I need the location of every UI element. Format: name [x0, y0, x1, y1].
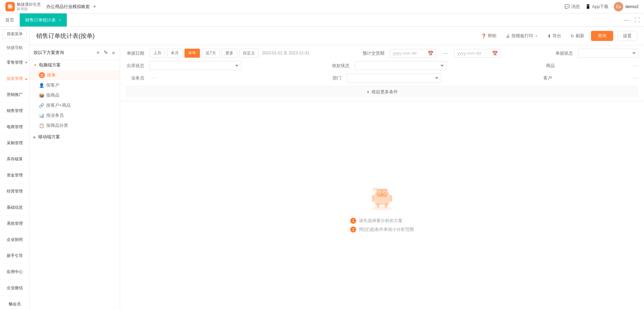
- svg-rect-8: [372, 195, 375, 202]
- tip-num-1: 1: [350, 218, 356, 224]
- logo-icon: 畅: [5, 2, 15, 11]
- scheme-by-customer[interactable]: 👤 按客户: [30, 80, 120, 90]
- dept-select[interactable]: [347, 73, 441, 83]
- tab-minimize-button[interactable]: —: [623, 16, 631, 24]
- sidebar-item-wechat[interactable]: 企业微信: [0, 280, 29, 296]
- app-download-button[interactable]: 📱 App下载: [585, 4, 608, 10]
- collapse-panel-button[interactable]: «: [111, 49, 116, 56]
- status-select[interactable]: [578, 49, 639, 58]
- user-profile[interactable]: Ea demo2: [614, 2, 639, 11]
- filter-row-3: 业务员 ··· 部门 客户 ···: [125, 73, 639, 83]
- edit-scheme-button[interactable]: ✎: [103, 49, 109, 56]
- sidebar-item-system[interactable]: 系统管理: [0, 215, 29, 231]
- add-scheme-button[interactable]: +: [96, 49, 100, 56]
- left-panel-header: 按以下方案查询 + ✎ «: [30, 45, 120, 60]
- avatar: Ea: [614, 2, 623, 11]
- tab-home[interactable]: 首页: [0, 13, 20, 27]
- scheme-by-order[interactable]: 按 按单: [30, 70, 120, 80]
- pc-section-header[interactable]: ▼ 电脑端方案: [30, 60, 120, 70]
- sidebar-item-purchase[interactable]: 采购管理: [0, 135, 29, 151]
- tab-sales-stats[interactable]: 销售订单统计表 ×: [20, 13, 67, 27]
- date-label: 单据日期: [125, 50, 144, 56]
- sidebar-item-enterprise[interactable]: 企业协同: [0, 231, 29, 248]
- delivery-start-input[interactable]: [393, 51, 426, 56]
- salesperson-wrap: ···: [150, 75, 231, 81]
- scheme-by-goods-label: 按商品: [46, 92, 59, 98]
- export-button[interactable]: ⬇ 导出: [545, 32, 564, 40]
- goods-dots-button[interactable]: ···: [632, 63, 639, 69]
- sidebar: 搜索菜单 快捷导航 零售管理 ▼ 批发管理 ▲ 营销推广 销售管理 电商管理 采…: [0, 27, 30, 310]
- empty-illustration: [365, 179, 399, 212]
- scheme-by-salesperson-label: 按业务员: [46, 112, 64, 118]
- collapse-arrow: ∧: [367, 90, 370, 94]
- sidebar-item-wholesale[interactable]: 批发管理 ▲: [0, 70, 29, 87]
- filter-row-1: 单据日期 上月 本月 本年 近7天 更多 自定义 2023-01-01 至 20…: [125, 49, 639, 58]
- filter-row-2: 出库状态 收款状态 商品 ···: [125, 61, 639, 70]
- delivery-start-date[interactable]: 📅: [390, 49, 436, 58]
- sidebar-item-sales[interactable]: 销售管理: [0, 103, 29, 119]
- scheme-by-goods[interactable]: 📦 按商品: [30, 90, 120, 100]
- tab-bar-actions: — ⛶: [620, 13, 644, 27]
- svg-point-6: [384, 192, 385, 193]
- message-button[interactable]: 💬 消息: [565, 4, 580, 10]
- calendar-icon-1[interactable]: 📅: [428, 51, 433, 56]
- by-category-icon: 📋: [39, 123, 44, 128]
- help-button[interactable]: ❓ 帮助: [478, 32, 499, 40]
- goods-label: 商品: [536, 63, 555, 69]
- prev-month-btn[interactable]: 上月: [150, 49, 165, 58]
- main-body: 按以下方案查询 + ✎ « ▼ 电脑端方案 按 按单: [30, 45, 644, 310]
- sidebar-item-finance-label: 资金管理: [7, 172, 23, 178]
- message-icon: 💬: [565, 4, 570, 9]
- sidebar-item-sales-label: 销售管理: [7, 108, 23, 114]
- query-button[interactable]: 查询: [591, 31, 613, 41]
- salesperson-dots-button[interactable]: ···: [150, 75, 157, 81]
- custom-btn[interactable]: 自定义: [239, 49, 259, 58]
- sidebar-item-basic-info[interactable]: 基础信息: [0, 199, 29, 215]
- tab-maximize-button[interactable]: ⛶: [633, 16, 641, 24]
- sidebar-item-app-center[interactable]: 应用中心: [0, 264, 29, 280]
- scheme-by-customer-label: 按客户: [46, 82, 59, 88]
- quick-nav-button[interactable]: 快捷导航: [0, 43, 29, 53]
- left-panel-title: 按以下方案查询: [34, 50, 64, 56]
- sidebar-item-finance[interactable]: 资金管理: [0, 167, 29, 183]
- this-month-btn[interactable]: 本月: [167, 49, 182, 58]
- sidebar-item-retail[interactable]: 零售管理 ▼: [0, 54, 29, 70]
- sidebar-item-marketing[interactable]: 营销推广: [0, 87, 29, 103]
- sidebar-retail-arrow: ▼: [24, 60, 28, 64]
- delivery-end-input[interactable]: [457, 51, 491, 56]
- pay-status-select[interactable]: [355, 61, 447, 70]
- user-name: demo2: [625, 4, 639, 9]
- by-salesperson-icon: 📊: [39, 113, 44, 118]
- sidebar-item-operations-label: 经营管理: [7, 189, 23, 194]
- sidebar-item-member[interactable]: 畅会员: [0, 296, 29, 310]
- date-range-dash: —: [443, 51, 447, 56]
- collapse-bar[interactable]: ∧ 收起更多条件: [125, 86, 639, 98]
- more-btn[interactable]: 更多: [222, 49, 237, 58]
- mobile-section-header[interactable]: ▶ 移动端方案: [30, 132, 120, 142]
- 7days-btn[interactable]: 近7天: [202, 49, 220, 58]
- sidebar-item-inventory[interactable]: 库存核算: [0, 151, 29, 167]
- empty-state: 1 请先选择要分析的方案 2 用[过滤]条件来缩小分析范围: [120, 101, 644, 310]
- this-year-btn[interactable]: 本年: [184, 49, 200, 58]
- tip-text-2: 用[过滤]条件来缩小分析范围: [359, 226, 414, 232]
- ship-status-select[interactable]: [150, 61, 241, 70]
- sidebar-item-onboarding[interactable]: 新手引导: [0, 248, 29, 264]
- sidebar-item-ecommerce[interactable]: 电商管理: [0, 119, 29, 135]
- scheme-by-category[interactable]: 📋 按商品分类: [30, 120, 120, 131]
- svg-rect-12: [373, 188, 378, 191]
- template-print-button[interactable]: 🖨 按模板打印 ▼: [503, 32, 541, 40]
- refresh-button[interactable]: ↻ 刷新: [568, 32, 587, 40]
- breadcrumb-arrow[interactable]: ▼: [93, 4, 97, 9]
- delivery-end-date[interactable]: 📅: [454, 49, 501, 58]
- calendar-icon-2[interactable]: 📅: [492, 51, 498, 56]
- settings-button[interactable]: 设置: [617, 31, 637, 41]
- right-content: 单据日期 上月 本月 本年 近7天 更多 自定义 2023-01-01 至 20…: [120, 45, 644, 310]
- search-menu-button[interactable]: 搜索菜单: [3, 30, 26, 39]
- scheme-by-salesperson[interactable]: 📊 按业务员: [30, 110, 120, 120]
- tab-close-button[interactable]: ×: [59, 18, 61, 22]
- sidebar-item-operations[interactable]: 经营管理: [0, 183, 29, 199]
- logo-text: 畅捷通好生意 标准版: [17, 2, 41, 11]
- sidebar-wholesale-arrow: ▲: [24, 76, 28, 80]
- scheme-by-customer-goods[interactable]: 🔗 按客户+商品: [30, 100, 120, 110]
- customer-dots-button[interactable]: ···: [632, 75, 639, 81]
